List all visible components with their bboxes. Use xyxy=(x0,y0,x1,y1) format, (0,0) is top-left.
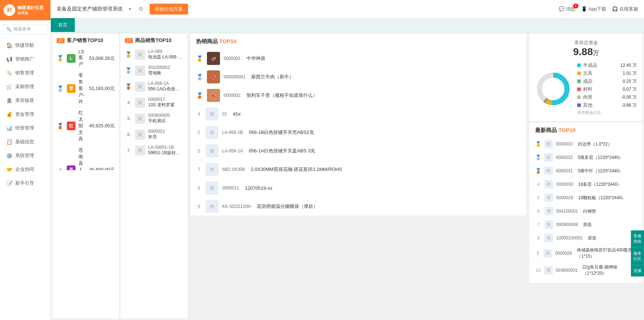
medal-icon: 🥉 xyxy=(196,92,203,99)
left-panel: 22 客户销售TOP10 🥇 L LS 客户 53,006.26元 xyxy=(51,32,189,320)
product-name: 中华神器 xyxy=(246,55,521,62)
table-row: 🥉 图 LA-056-1A 056-1A白色按键开关盖ABS 3克 xyxy=(121,79,187,95)
product-name: 056-1A白色按键开关盖ABS 3克 xyxy=(148,86,183,92)
donut-chart xyxy=(535,71,571,107)
purchase-icon: 🛒 xyxy=(6,83,12,90)
product-code: 0000021 xyxy=(148,129,183,134)
live-broadcast-button[interactable]: 直播 xyxy=(631,265,644,276)
tab-home[interactable]: 首页 xyxy=(51,18,75,32)
customer-amount: 40,925.00元 xyxy=(89,123,115,129)
app-download-button[interactable]: 📱 App下载 xyxy=(581,6,606,12)
product-name: 056-1B白色按键开关壳ABS2克 xyxy=(249,129,521,136)
product-image: 图 xyxy=(544,266,553,275)
list-item: 7 图 NB2.0X30B 2.0X30MM双搓花轴.搓花直径2.1MM/ROH… xyxy=(190,160,526,179)
product-ranking-title: 商品销售TOP10 xyxy=(135,37,171,44)
product-name: 12070519-xs xyxy=(245,185,521,191)
search-menu-button[interactable]: 🔍 搜索菜单 xyxy=(3,24,48,34)
nav-label-system: 系统管理 xyxy=(15,152,34,159)
logo-icon: 好 xyxy=(4,4,15,16)
online-service-button[interactable]: 🎧 在线客服 xyxy=(612,6,638,12)
product-code: LA-59651-1B xyxy=(148,145,183,150)
product-name: 45# xyxy=(233,111,521,117)
product-info: 0000021 夹壳 xyxy=(148,129,183,140)
list-item: 🥈 🥩 000500001 新西兰牛肉（新牛） xyxy=(190,68,526,86)
sidebar-item-purchase[interactable]: 🛒 采购管理 xyxy=(0,80,50,94)
product-ranking-list: 🥇 图 LA-089 电池盖 LA-089 ABS本色+黑种 7.1克 🥈 xyxy=(121,47,187,158)
nav-label-guide: 新手引导 xyxy=(15,180,34,186)
sidebar-item-operations[interactable]: 📊 经营管理 xyxy=(0,121,50,135)
medal-icon: 🥈 xyxy=(535,155,541,160)
nav-label-operations: 经营管理 xyxy=(15,125,34,131)
service-community-button[interactable]: 服务社区 xyxy=(631,248,644,265)
phone-icon: 📱 xyxy=(581,6,587,12)
system-dropdown-button[interactable]: ▼ xyxy=(128,7,132,12)
product-name: 花语萌倔温分腿睡袋（厚款） xyxy=(257,203,521,210)
customer-name: 红太阳文具 xyxy=(78,110,86,142)
sidebar-item-guide[interactable]: 📝 新手引导 xyxy=(0,176,50,190)
rank-number: 5 xyxy=(535,195,542,200)
inventory-unit: 万 xyxy=(593,50,599,56)
legend-value: -3.86 万 xyxy=(621,102,637,108)
customer-name: 零售客户-许 xyxy=(78,72,86,105)
product-image: 图 xyxy=(205,181,219,194)
settings-button[interactable]: ⚙ xyxy=(136,4,146,14)
legend-item: 半成品 12.45 万 xyxy=(577,62,637,69)
hot-products-card: 热销商品 TOP10 🥇 🥩 0000001 中华神器 🥈 🥩 xyxy=(190,34,526,216)
product-name: 手机测试 xyxy=(148,118,183,124)
search-label: 搜索菜单 xyxy=(13,26,31,32)
legend-item: 文具 1.01 万 xyxy=(577,70,637,77)
finance-icon: 💰 xyxy=(6,111,12,118)
customer-name: LS 客户 xyxy=(78,49,86,67)
product-info: LA-59651-1B 59651-1B旋转投影灯电池盒 ABS黑色+58克 xyxy=(148,145,183,156)
sidebar-item-system[interactable]: ⚙️ 系统管理 xyxy=(0,149,50,163)
home-icon: 🏠 xyxy=(6,42,12,49)
product-name: 原壶 xyxy=(583,222,592,228)
legend-label: 材料 xyxy=(583,86,623,93)
customer-service-button[interactable]: 客服热线 xyxy=(631,230,644,248)
list-item: 4 图 01 45# xyxy=(190,105,526,123)
customer-ranking-title: 客户销售TOP10 xyxy=(67,37,103,44)
avatar: L xyxy=(67,54,76,63)
right-panel: 库存总资金 9.88万 xyxy=(528,32,644,320)
legend-dot xyxy=(577,87,581,91)
product-image: 图 xyxy=(545,207,553,216)
legend-label: 文具 xyxy=(583,70,623,77)
rank-number: 4 xyxy=(125,100,132,105)
legend-label: 半成品 xyxy=(583,62,620,69)
sidebar-item-finance[interactable]: 💰 资金管理 xyxy=(0,107,50,121)
sidebar-item-quicknav[interactable]: 🏠 快捷导航 xyxy=(0,38,50,52)
message-badge: 6 xyxy=(573,4,578,8)
sidebar-item-marketing[interactable]: 📢 营销推广 xyxy=(0,52,50,66)
rankings-area: 22 客户销售TOP10 🥇 L LS 客户 53,006.26元 xyxy=(51,32,189,320)
rank-number: 6 xyxy=(196,148,202,154)
inventory-card: 库存总资金 9.88万 xyxy=(529,34,643,121)
list-item: 5 图 0000029 18颗粒板（1220*2440） xyxy=(529,191,643,205)
nav-label-inventory: 库存核算 xyxy=(15,97,34,104)
sidebar-item-inventory[interactable]: 🏦 库存核算 xyxy=(0,94,50,107)
sales-icon: 🏷️ xyxy=(6,70,12,76)
product-code: 000800005 xyxy=(148,113,183,118)
product-name: 智利车子里（规格不知道填什么） xyxy=(246,92,521,99)
new-products-card: 最新商品 TOP10 🥇 图 0000033 封边带（1.0*22） 🥈 图 0… xyxy=(529,123,643,283)
product-name: 体城嘉枚味苏打饮品400毫升（1*15） xyxy=(577,247,637,259)
sidebar-item-basics[interactable]: 📋 基础信息 xyxy=(0,135,50,149)
product-name: 5厘中纤（1220*2440） xyxy=(578,168,623,174)
customer-name: 苍南县人民医院 xyxy=(78,147,86,170)
legend-label: 其他 xyxy=(583,102,621,108)
trial-button[interactable]: 体验行业方案 xyxy=(150,4,188,15)
table-row: 🥇 L LS 客户 53,006.26元 xyxy=(52,47,119,70)
product-image: 图 xyxy=(135,66,145,76)
message-button[interactable]: 💬 消息 6 xyxy=(559,6,575,12)
list-item: 4 图 0000030 18多层（1220*2440） xyxy=(529,178,643,191)
app-version: 标准版 xyxy=(17,11,44,15)
product-name: 056-1A白色按键开关盖ABS 3克 xyxy=(249,148,521,154)
product-image: 图 xyxy=(545,234,553,242)
legend-dot xyxy=(577,63,581,67)
product-name: 2.0X30MM双搓花轴.搓花直径2.1MM/ROHS xyxy=(251,166,521,173)
legend-item: 肉类 -0.05 万 xyxy=(577,94,637,100)
product-name: 原壶 xyxy=(588,235,596,241)
sidebar-item-sales[interactable]: 🏷️ 销售管理 xyxy=(0,66,50,80)
product-image: 图 xyxy=(135,130,145,140)
sidebar-item-collab[interactable]: 🤝 企业协同 xyxy=(0,163,50,176)
product-ranking-card: 27 商品销售TOP10 🥇 图 LA-089 电池盖 LA-0 xyxy=(121,34,187,319)
